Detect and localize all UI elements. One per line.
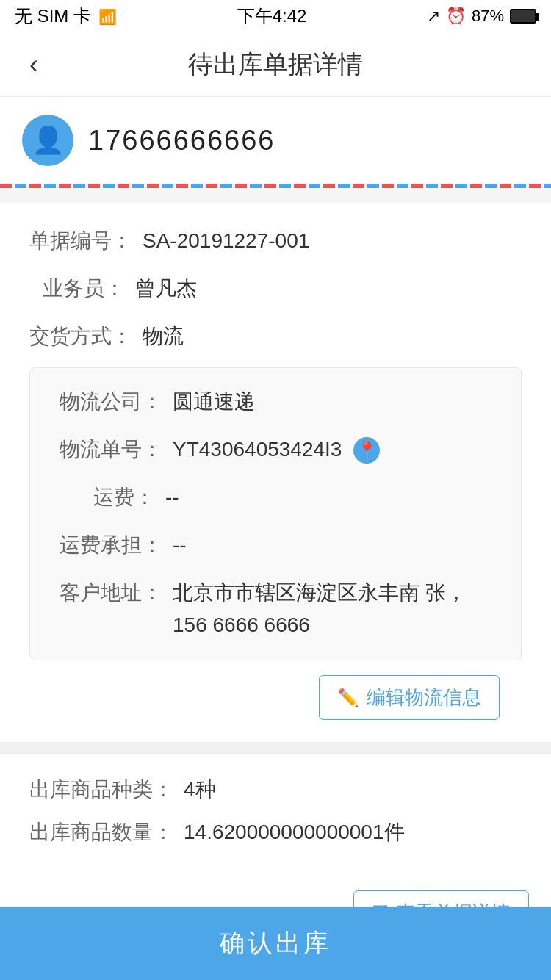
- wifi-icon: [98, 6, 117, 26]
- track-location-icon[interactable]: 📍: [353, 437, 380, 464]
- edit-logistics-button[interactable]: ✏️ 编辑物流信息: [319, 675, 500, 720]
- logistics-address-value: 北京市市辖区海淀区永丰南 张，156 6666 6666: [173, 577, 491, 643]
- basic-info-card: 单据编号： SA-20191227-001 业务员： 曾凡杰 交货方式： 物流 …: [0, 203, 551, 742]
- nav-bar: ‹ 待出库单据详情: [0, 32, 551, 97]
- confirm-button[interactable]: 确认出库: [220, 926, 331, 960]
- tracking-number: YT43064053424I3: [173, 433, 342, 466]
- page-content: 👤 17666666666 单据编号： SA-20191227-001 业务员：…: [0, 97, 551, 980]
- carrier-text: 无 SIM 卡: [15, 4, 91, 28]
- battery-text: 87%: [472, 7, 504, 26]
- location-icon-status: ↗: [427, 7, 440, 26]
- back-button[interactable]: ‹: [22, 42, 46, 87]
- logistics-freight-label: 运费：: [60, 481, 155, 514]
- logistics-freight-value: --: [165, 481, 491, 514]
- user-phone: 17666666666: [88, 125, 275, 156]
- edit-btn-container: ✏️ 编辑物流信息: [29, 660, 522, 720]
- logistics-company-row: 物流公司： 圆通速递: [60, 386, 491, 419]
- logistics-company-value: 圆通速递: [173, 386, 491, 419]
- delivery-label: 交货方式：: [29, 320, 132, 353]
- alarm-icon: ⏰: [446, 7, 466, 26]
- logistics-card: 物流公司： 圆通速递 物流单号： YT43064053424I3 📍 运费： -…: [29, 367, 522, 660]
- avatar: 👤: [22, 115, 73, 166]
- goods-types-label: 出库商品种类：: [29, 776, 173, 804]
- order-no-row: 单据编号： SA-20191227-001: [29, 225, 522, 258]
- section-separator-1: [0, 742, 551, 754]
- goods-types-value: 4种: [184, 776, 216, 804]
- goods-quantity-row: 出库商品数量： 14.620000000000001件: [29, 818, 522, 846]
- salesman-row: 业务员： 曾凡杰: [29, 273, 522, 306]
- edit-icon: ✏️: [337, 688, 359, 708]
- goods-section: 出库商品种类： 4种 出库商品数量： 14.620000000000001件: [0, 754, 551, 876]
- avatar-icon: 👤: [32, 125, 65, 156]
- logistics-freightbear-row: 运费承担： --: [60, 529, 491, 562]
- edit-btn-label: 编辑物流信息: [367, 685, 481, 710]
- user-section: 👤 17666666666: [0, 97, 551, 184]
- goods-quantity-value: 14.620000000000001件: [184, 818, 405, 846]
- logistics-freightbear-value: --: [173, 529, 491, 562]
- logistics-freightbear-label: 运费承担：: [60, 529, 162, 562]
- logistics-address-label: 客户地址：: [60, 577, 162, 610]
- status-right: ↗ ⏰ 87%: [427, 7, 536, 26]
- logistics-tracking-row: 物流单号： YT43064053424I3 📍: [60, 433, 491, 466]
- page-title: 待出库单据详情: [188, 48, 363, 82]
- battery-icon: [510, 9, 536, 24]
- logistics-company-label: 物流公司：: [60, 386, 162, 419]
- logistics-freight-row: 运费： --: [60, 481, 491, 514]
- order-no-label: 单据编号：: [29, 225, 132, 258]
- status-left: 无 SIM 卡: [15, 4, 117, 28]
- delivery-row: 交货方式： 物流: [29, 320, 522, 353]
- salesman-value: 曾凡杰: [135, 273, 522, 306]
- salesman-label: 业务员：: [29, 273, 125, 306]
- bottom-bar: 确认出库: [0, 907, 551, 980]
- goods-quantity-label: 出库商品数量：: [29, 818, 173, 846]
- status-time: 下午4:42: [237, 4, 307, 28]
- logistics-address-row: 客户地址： 北京市市辖区海淀区永丰南 张，156 6666 6666: [60, 577, 491, 643]
- order-no-value: SA-20191227-001: [143, 225, 522, 258]
- dashed-divider: [0, 184, 551, 188]
- logistics-tracking-label: 物流单号：: [60, 433, 162, 466]
- status-bar: 无 SIM 卡 下午4:42 ↗ ⏰ 87%: [0, 0, 551, 32]
- delivery-value: 物流: [143, 320, 522, 353]
- logistics-tracking-value: YT43064053424I3 📍: [173, 433, 491, 466]
- goods-types-row: 出库商品种类： 4种: [29, 776, 522, 804]
